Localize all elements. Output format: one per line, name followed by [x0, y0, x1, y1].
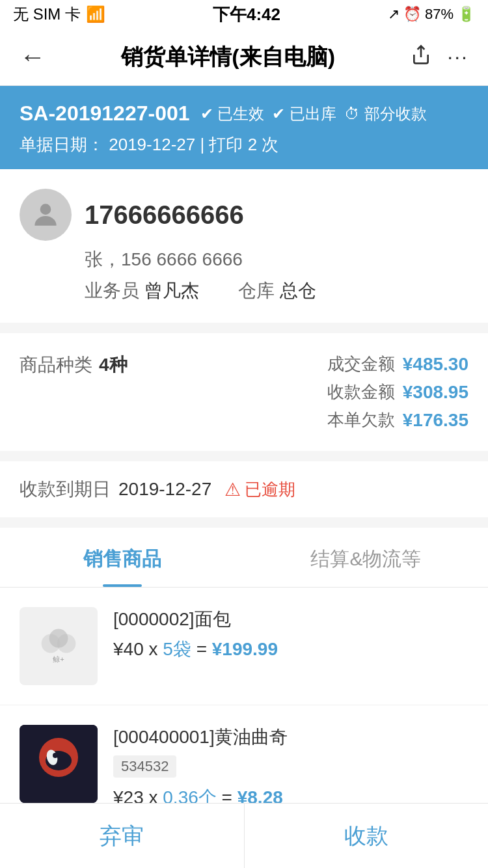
abandon-review-button[interactable]: 弃审	[0, 804, 245, 868]
tabs-row: 销售商品 结算&物流等	[0, 528, 488, 588]
nav-bar: ← 销货单详情(来自电脑) ···	[0, 29, 488, 86]
order-date: 单据日期： 2019-12-27 | 打印 2 次	[20, 133, 468, 156]
svg-point-1	[40, 204, 51, 215]
due-label: 收款到期日	[20, 477, 111, 502]
tab-settlement[interactable]: 结算&物流等	[244, 528, 488, 587]
product-thumbnail-2	[20, 725, 98, 803]
tab-sales-products[interactable]: 销售商品	[0, 528, 244, 587]
overdue-icon: ⚠	[224, 479, 241, 500]
order-print-info: | 打印 2 次	[200, 135, 278, 154]
collect-payment-button[interactable]: 收款	[245, 804, 489, 868]
deal-amount-value: ¥485.30	[403, 354, 468, 375]
order-header: SA-20191227-001 ✔ 已生效 ✔ 已出库 ⏱ 部分收款 单据日期：…	[0, 86, 488, 169]
overdue-text: 已逾期	[245, 478, 295, 501]
badge-shipped: ✔ 已出库	[272, 103, 336, 124]
product-types-label: 商品种类	[20, 353, 92, 377]
svg-text:鲸+: 鲸+	[53, 655, 64, 663]
product-name-1: [0000002]面包	[113, 607, 468, 632]
sales-label: 业务员	[85, 278, 139, 303]
customer-avatar	[20, 189, 72, 241]
collected-value: ¥308.95	[403, 382, 468, 403]
due-date-value: 2019-12-27	[118, 479, 211, 500]
product-price-1: ¥40 x 5袋 = ¥199.99	[113, 637, 468, 662]
sales-person: 曾凡杰	[144, 278, 199, 303]
badge-partial-payment: ⏱ 部分收款	[344, 103, 427, 124]
order-date-label: 单据日期：	[20, 135, 104, 154]
warehouse-name: 总仓	[280, 278, 316, 303]
status-time: 下午4:42	[213, 3, 280, 26]
customer-phone: 17666666666	[85, 200, 244, 230]
svg-point-4	[49, 629, 68, 648]
salesperson-info: 业务员 曾凡杰	[85, 278, 199, 303]
more-icon[interactable]: ···	[447, 45, 468, 69]
wifi-icon: 📶	[86, 5, 105, 23]
status-bar: 无 SIM 卡 📶 下午4:42 ↗ ⏰ 87% 🔋	[0, 0, 488, 29]
warehouse-info: 仓库 总仓	[238, 278, 316, 303]
order-id: SA-20191227-001	[20, 102, 190, 126]
customer-name: 张，156 6666 6666	[85, 247, 468, 272]
owed-value: ¥176.35	[403, 410, 468, 431]
product-name-2: [000400001]黄油曲奇	[113, 725, 468, 750]
product-thumbnail-1: 鲸+	[20, 607, 98, 685]
status-right: ↗ ⏰ 87% 🔋	[388, 6, 475, 23]
product-list: 鲸+ [0000002]面包 ¥40 x 5袋 = ¥199.99 [00040…	[0, 588, 488, 830]
status-badges: ✔ 已生效 ✔ 已出库 ⏱ 部分收款	[200, 103, 427, 124]
back-button[interactable]: ←	[20, 42, 46, 72]
list-item: 鲸+ [0000002]面包 ¥40 x 5袋 = ¥199.99	[0, 588, 488, 705]
due-section: 收款到期日 2019-12-27 ⚠ 已逾期	[0, 461, 488, 517]
collected-label: 收款金额	[327, 381, 395, 403]
battery-icon: 🔋	[457, 6, 475, 23]
tabs-section: 销售商品 结算&物流等	[0, 528, 488, 588]
location-icon: ↗	[388, 6, 400, 23]
product-info-1: [0000002]面包 ¥40 x 5袋 = ¥199.99	[113, 607, 468, 662]
product-types-count: 4种	[99, 353, 128, 377]
status-left: 无 SIM 卡 📶	[13, 4, 105, 25]
page-title: 销货单详情(来自电脑)	[121, 42, 335, 72]
alarm-icon: ⏰	[403, 6, 421, 23]
product-info-2: [000400001]黄油曲奇 534532 ¥23 x 0.36个 = ¥8.…	[113, 725, 468, 810]
product-sku-2: 534532	[113, 755, 176, 778]
svg-point-10	[53, 753, 58, 758]
badge-effective: ✔ 已生效	[200, 103, 265, 124]
order-date-value: 2019-12-27	[109, 135, 195, 154]
owed-label: 本单欠款	[327, 409, 395, 431]
nav-icons: ···	[411, 44, 468, 70]
customer-section: 17666666666 张，156 6666 6666 业务员 曾凡杰 仓库 总…	[0, 169, 488, 323]
battery-text: 87%	[425, 6, 454, 23]
carrier-text: 无 SIM 卡	[13, 4, 81, 25]
bottom-bar: 弃审 收款	[0, 803, 488, 868]
share-icon[interactable]	[411, 44, 431, 70]
overdue-badge: ⚠ 已逾期	[224, 478, 295, 501]
warehouse-label: 仓库	[238, 278, 275, 303]
summary-section: 商品种类 4种 成交金额 ¥485.30 收款金额 ¥308.95 本单欠款 ¥…	[0, 333, 488, 451]
deal-amount-label: 成交金额	[327, 353, 395, 375]
